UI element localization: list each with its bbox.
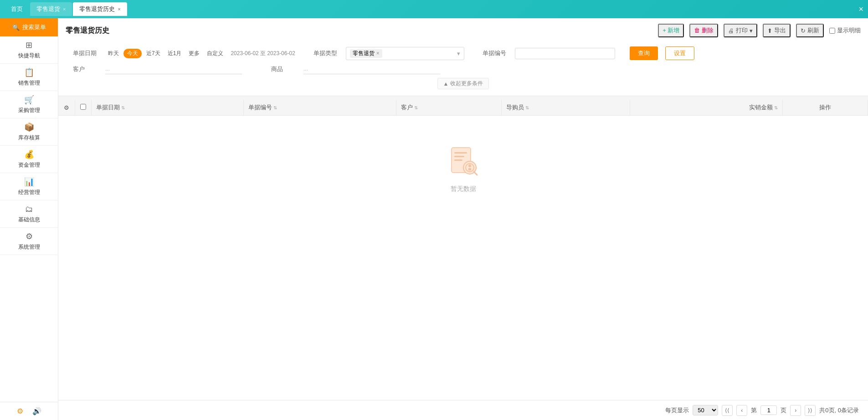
svg-rect-2 <box>454 156 464 157</box>
customer-input[interactable]: ... <box>105 64 242 74</box>
setting-button[interactable]: 设置 <box>665 46 694 60</box>
col-doc-number[interactable]: 单据编号 ⇅ <box>244 100 396 116</box>
doc-type-remove-icon[interactable]: × <box>376 50 380 56</box>
col-customer[interactable]: 客户 ⇅ <box>396 100 501 116</box>
search-icon: 🔍 <box>12 24 20 31</box>
sidebar-item-inventory[interactable]: 📦 库存核算 <box>0 118 58 146</box>
tab-retail-return-close[interactable]: × <box>63 6 66 12</box>
date-btn-custom[interactable]: 自定义 <box>204 49 226 58</box>
tab-home[interactable]: 首页 <box>5 2 29 16</box>
tab-retail-return[interactable]: 零售退货 × <box>30 2 72 16</box>
svg-line-6 <box>474 172 477 175</box>
top-bar: 首页 零售退货 × 零售退货历史 × × <box>0 0 868 18</box>
finance-icon: 💰 <box>24 149 34 159</box>
table-header-row: ⚙ 单据日期 ⇅ 单据编号 <box>58 100 868 116</box>
print-dropdown-icon: ▾ <box>750 27 753 34</box>
empty-state: 暂无数据 <box>58 116 868 220</box>
inventory-icon: 📦 <box>24 122 34 132</box>
table-settings-column[interactable]: ⚙ <box>58 100 75 116</box>
svg-rect-3 <box>454 159 462 161</box>
sidebar-item-sales[interactable]: 📋 销售管理 <box>0 64 58 91</box>
date-btn-7days[interactable]: 近7天 <box>144 49 163 58</box>
tab-list: 首页 零售退货 × 零售退货历史 × <box>5 2 858 16</box>
refresh-button[interactable]: ↻ 刷新 <box>796 24 824 37</box>
export-button[interactable]: ⬆ 导出 <box>763 24 791 37</box>
page-prev-button[interactable]: ‹ <box>736 405 747 416</box>
new-button[interactable]: + 新增 <box>658 24 684 37</box>
sidebar-item-basic-info[interactable]: 🗂 基础信息 <box>0 200 58 228</box>
sidebar-item-system[interactable]: ⚙ 系统管理 <box>0 228 58 255</box>
select-all-checkbox[interactable] <box>80 104 86 110</box>
display-detail-label: 显示明细 <box>837 26 861 35</box>
date-btn-today[interactable]: 今天 <box>123 49 142 58</box>
filter-row-2: 客户 ... 商品 ... <box>73 64 853 74</box>
page-title: 零售退货历史 <box>66 26 109 36</box>
page-next-button[interactable]: › <box>790 405 801 416</box>
date-btn-more[interactable]: 更多 <box>186 49 202 58</box>
date-btn-1month[interactable]: 近1月 <box>165 49 185 58</box>
page-header: 零售退货历史 + 新增 🗑 删除 🖨 打印 ▾ ⬆ 导出 ↻ <box>58 18 868 96</box>
col-doc-date[interactable]: 单据日期 ⇅ <box>91 100 244 116</box>
doc-number-input[interactable] <box>515 48 615 59</box>
col-guide[interactable]: 导购员 ⇅ <box>501 100 630 116</box>
col-guide-sort-icon: ⇅ <box>525 105 529 110</box>
sidebar-volume-icon[interactable]: 🔊 <box>32 407 41 415</box>
sidebar-item-basic-info-label: 基础信息 <box>18 216 40 224</box>
sidebar-item-sales-label: 销售管理 <box>18 79 40 87</box>
col-amount[interactable]: 实销金额 ⇅ <box>630 100 783 116</box>
display-detail-input[interactable] <box>829 28 835 34</box>
doc-number-label: 单据编号 <box>483 49 508 57</box>
tab-retail-return-history[interactable]: 零售退货历史 × <box>73 2 127 16</box>
product-placeholder: ... <box>303 66 308 72</box>
doc-type-dropdown-icon: ▾ <box>457 50 460 57</box>
collapse-row: ▲ 收起更多条件 <box>73 78 853 89</box>
query-button[interactable]: 查询 <box>630 46 658 60</box>
page-size-label: 每页显示 <box>665 406 689 415</box>
sidebar-item-operations[interactable]: 📊 经营管理 <box>0 173 58 200</box>
sidebar-settings-icon[interactable]: ⚙ <box>17 407 23 415</box>
col-guide-label: 导购员 <box>506 103 524 112</box>
sidebar-search[interactable]: 🔍 搜索菜单 <box>0 18 58 36</box>
date-range-display: 2023-06-02 至 2023-06-02 <box>231 50 295 57</box>
sidebar-item-quick-nav[interactable]: ⊞ 快捷导航 <box>0 36 58 64</box>
sidebar-item-finance[interactable]: 💰 资金管理 <box>0 146 58 173</box>
sales-icon: 📋 <box>24 67 34 77</box>
empty-state-icon <box>445 143 482 179</box>
display-detail-checkbox[interactable]: 显示明细 <box>829 26 861 35</box>
print-label: 打印 <box>736 26 748 35</box>
table-header: ⚙ 单据日期 ⇅ 单据编号 <box>58 100 868 116</box>
data-table: ⚙ 单据日期 ⇅ 单据编号 <box>58 100 868 116</box>
doc-type-select[interactable]: 零售退货 × ▾ <box>346 47 464 60</box>
collapse-label: 收起更多条件 <box>450 80 483 87</box>
col-amount-sort-icon: ⇅ <box>774 105 778 110</box>
customer-placeholder: ... <box>105 66 110 72</box>
print-button[interactable]: 🖨 打印 ▾ <box>724 24 757 37</box>
page-size-select[interactable]: 50 20 100 <box>693 405 718 415</box>
filter-area: 单据日期 昨天 今天 近7天 近1月 更多 自定义 2023-06-02 至 2… <box>66 42 861 96</box>
purchase-icon: 🛒 <box>24 95 34 105</box>
col-customer-sort-icon: ⇅ <box>414 105 418 110</box>
collapse-icon: ▲ <box>443 81 449 87</box>
app-layout: 🔍 搜索菜单 ⊞ 快捷导航 📋 销售管理 🛒 采购管理 📦 库存核算 💰 资金管… <box>0 18 868 420</box>
tab-retail-return-history-close[interactable]: × <box>118 6 120 12</box>
pagination-bar: 每页显示 50 20 100 ⟨⟨ ‹ 第 1 页 › ⟩⟩ 共0页, 0条记录 <box>58 400 868 420</box>
doc-type-tag: 零售退货 × <box>350 49 382 58</box>
col-action: 操作 <box>782 100 868 116</box>
table-settings-icon[interactable]: ⚙ <box>64 104 69 111</box>
svg-point-7 <box>468 164 471 167</box>
collapse-button[interactable]: ▲ 收起更多条件 <box>437 78 489 89</box>
delete-button[interactable]: 🗑 删除 <box>689 24 718 37</box>
sidebar-item-purchase[interactable]: 🛒 采购管理 <box>0 91 58 118</box>
empty-state-text: 暂无数据 <box>451 185 476 193</box>
sidebar-item-purchase-label: 采购管理 <box>18 107 40 114</box>
product-input[interactable]: ... <box>303 64 440 74</box>
page-number-input[interactable]: 1 <box>760 405 777 415</box>
page-last-button[interactable]: ⟩⟩ <box>805 405 816 416</box>
window-close-icon[interactable]: × <box>858 5 863 14</box>
col-doc-date-sort-icon: ⇅ <box>121 105 125 110</box>
page-first-button[interactable]: ⟨⟨ <box>722 405 733 416</box>
operations-icon: 📊 <box>24 177 34 187</box>
col-action-label: 操作 <box>819 104 831 111</box>
date-btn-yesterday[interactable]: 昨天 <box>105 49 122 58</box>
date-filter-label: 单据日期 <box>73 49 98 57</box>
